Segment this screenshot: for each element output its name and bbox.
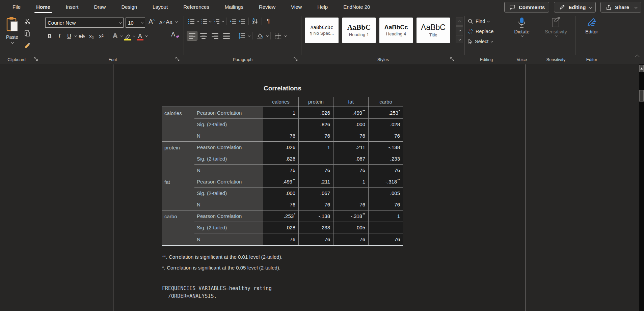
menu-tab-view[interactable]: View — [283, 0, 310, 13]
bullets-dropdown-icon[interactable] — [197, 20, 199, 22]
grow-font-button[interactable]: A — [147, 17, 156, 26]
menu-tab-endnote-20[interactable]: EndNote 20 — [336, 0, 378, 13]
dictate-button[interactable]: Dictate — [508, 17, 535, 37]
font-name-combo[interactable]: Courier New — [45, 18, 124, 28]
comments-button[interactable]: Comments — [504, 2, 549, 12]
underline-dropdown-icon[interactable] — [75, 34, 77, 37]
styles-scroll-up-button[interactable] — [456, 18, 463, 26]
align-left-button[interactable] — [187, 31, 197, 40]
bullet-list-icon[interactable] — [188, 18, 195, 25]
menu-tab-layout[interactable]: Layout — [145, 0, 176, 13]
show-hide-pilcrow-button[interactable]: ¶ — [265, 18, 272, 25]
correlation-table: caloriesproteinfatcarbocaloriesPearson C… — [162, 97, 403, 246]
strikethrough-button[interactable]: ab — [77, 31, 86, 40]
superscript-button[interactable]: x² — [97, 31, 106, 40]
menu-tab-insert[interactable]: Insert — [58, 0, 86, 13]
table-row-fat-n: N76767676 — [162, 199, 403, 210]
table-row-calories-pearson: caloriesPearson Correlation1.026.499**.2… — [162, 107, 403, 119]
value-cell: 76 — [298, 233, 333, 245]
style-card--no-spac-[interactable]: AaBbCcDc¶ No Spac... — [305, 18, 339, 43]
justify-button[interactable] — [221, 31, 232, 40]
italic-button[interactable]: I — [55, 31, 64, 40]
copy-icon[interactable] — [24, 30, 31, 37]
row-label-cell: N — [194, 233, 263, 245]
highlight-button[interactable] — [123, 31, 132, 40]
table-row-fat-pearson: fatPearson Correlation.499**.2111-.318** — [162, 176, 403, 188]
align-center-button[interactable] — [198, 31, 209, 40]
align-right-button[interactable] — [210, 31, 220, 40]
borders-dropdown-icon[interactable] — [285, 34, 287, 37]
variable-label-cell: protein — [162, 142, 194, 153]
styles-scroll-down-button[interactable] — [456, 26, 463, 34]
clipboard-dialog-launcher-icon[interactable] — [33, 57, 38, 62]
svg-text:b: b — [469, 29, 471, 32]
editing-group-label: Editing — [466, 57, 506, 62]
format-painter-icon[interactable] — [24, 42, 31, 49]
style-preview: AaBbC — [421, 24, 446, 31]
multilevel-list-icon[interactable]: 1ai — [213, 18, 220, 25]
select-button[interactable]: Select — [468, 37, 493, 46]
multilevel-dropdown-icon[interactable] — [222, 20, 224, 22]
menu-tab-file[interactable]: File — [5, 0, 28, 13]
font-group: Courier New 10 A A B I U ab x₂ x² A — [43, 13, 182, 64]
decrease-indent-icon[interactable] — [229, 18, 237, 25]
paragraph-dialog-launcher-icon[interactable] — [293, 57, 298, 62]
font-color-dropdown-icon[interactable] — [145, 34, 148, 37]
font-color-button[interactable]: A — [136, 31, 144, 40]
line-spacing-dropdown-icon[interactable] — [248, 34, 250, 37]
menu-tab-mailings[interactable]: Mailings — [217, 0, 251, 13]
numbering-dropdown-icon[interactable] — [209, 20, 212, 22]
share-button[interactable]: Share — [600, 2, 641, 12]
vertical-scrollbar[interactable] — [639, 64, 644, 311]
font-dialog-launcher-icon[interactable] — [175, 57, 180, 62]
row-label-cell: Sig. (2-tailed) — [194, 222, 263, 233]
subscript-button[interactable]: x₂ — [87, 31, 96, 40]
value-cell: .026 — [298, 107, 333, 119]
line-spacing-button[interactable] — [237, 31, 247, 40]
value-cell: .028 — [263, 222, 298, 233]
bold-button[interactable]: B — [45, 31, 54, 40]
replace-button[interactable]: bc Replace — [468, 27, 493, 36]
style-card-heading-4[interactable]: AaBbCcHeading 4 — [379, 18, 413, 43]
collapse-ribbon-button[interactable] — [633, 53, 641, 60]
document-page[interactable]: Correlations caloriesproteinfatcarbocalo… — [113, 64, 526, 311]
increase-indent-icon[interactable] — [238, 18, 246, 25]
change-case-button[interactable]: Aa — [165, 17, 173, 26]
style-card-title[interactable]: AaBbCTitle — [417, 18, 450, 43]
styles-dialog-launcher-icon[interactable] — [450, 57, 455, 62]
styles-gallery-scroll — [456, 18, 463, 43]
clear-formatting-button[interactable]: A — [169, 30, 178, 39]
value-cell — [333, 188, 368, 199]
text-effects-button[interactable]: A — [111, 31, 119, 40]
borders-icon[interactable] — [273, 31, 283, 40]
variable-label-cell — [162, 222, 194, 233]
styles-gallery-expand-button[interactable] — [456, 35, 463, 43]
document-canvas: Correlations caloriesproteinfatcarbocalo… — [0, 64, 644, 311]
menu-tab-review[interactable]: Review — [251, 0, 283, 13]
sort-icon[interactable]: AZ — [251, 18, 259, 25]
find-button[interactable]: Find — [468, 17, 493, 26]
text-effects-dropdown-icon[interactable] — [120, 34, 123, 37]
font-size-combo[interactable]: 10 — [126, 18, 145, 28]
paste-button[interactable]: Paste — [3, 17, 22, 55]
menu-tab-draw[interactable]: Draw — [86, 0, 113, 13]
menu-tab-references[interactable]: References — [176, 0, 217, 13]
sensitivity-dropdown-icon — [555, 34, 557, 37]
shading-dropdown-icon[interactable] — [266, 34, 269, 37]
column-header-fat: fat — [333, 97, 368, 107]
highlight-dropdown-icon[interactable] — [133, 34, 135, 37]
editing-mode-dropdown[interactable]: Editing — [554, 2, 596, 12]
cut-scissors-icon[interactable] — [24, 18, 31, 25]
editor-group-label: Editor — [576, 57, 607, 62]
value-cell: -.318** — [368, 176, 403, 188]
shading-bucket-icon[interactable] — [255, 31, 265, 40]
scrollbar-thumb[interactable] — [639, 90, 644, 102]
underline-button[interactable]: U — [65, 31, 74, 40]
menu-tab-home[interactable]: Home — [28, 0, 58, 13]
scroll-up-button[interactable] — [639, 65, 644, 72]
numbered-list-icon[interactable]: 123 — [200, 18, 208, 25]
editor-button[interactable]: Editor — [576, 17, 607, 34]
menu-tab-design[interactable]: Design — [113, 0, 145, 13]
style-card-heading-1[interactable]: AaBbCHeading 1 — [342, 18, 376, 43]
menu-tab-help[interactable]: Help — [310, 0, 336, 13]
